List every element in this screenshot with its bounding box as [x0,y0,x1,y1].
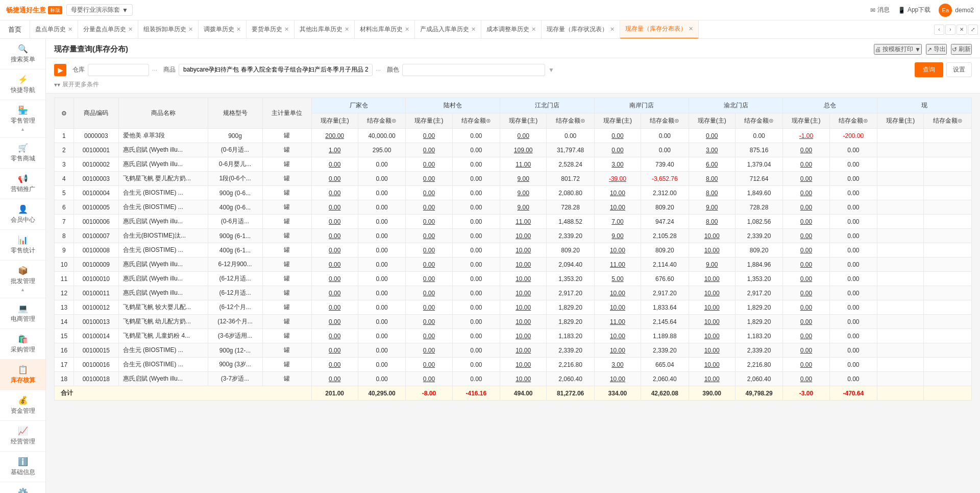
cell-nanan-qty[interactable]: 7.00 [594,215,641,229]
sidebar-item-10[interactable]: 📋库存核算 [0,360,45,390]
tab-close-icon[interactable]: ✕ [128,26,133,33]
cell-nanan-qty[interactable]: 10.00 [594,343,641,358]
tab-item[interactable]: 其他出库单历史✕ [295,20,355,39]
cell-yubei-qty[interactable]: 10.00 [689,358,735,372]
cell-nanan-qty[interactable]: 10.00 [594,200,641,215]
tab-close-icon[interactable]: ✕ [531,26,536,33]
cell-factory-qty[interactable]: 0.00 [311,200,358,215]
cell-nanan-qty[interactable]: 10.00 [594,186,641,200]
cell-yubei-qty[interactable]: 0.00 [689,129,735,143]
cell-nanan-qty[interactable]: 0.00 [594,143,641,157]
cell-lucun-qty[interactable]: 0.00 [406,157,452,172]
warehouse-filter-input[interactable] [88,64,149,76]
cell-total-qty[interactable]: -1.00 [783,129,829,143]
cell-factory-qty[interactable]: 0.00 [311,157,358,172]
cell-factory-qty[interactable]: 1.00 [311,143,358,157]
sidebar-item-2[interactable]: 🏪零售管理▲ [0,100,45,138]
tab-close-icon[interactable]: ✕ [405,26,409,33]
cell-yubei-qty[interactable]: 10.00 [689,300,735,315]
cell-factory-qty[interactable]: 0.00 [311,300,358,315]
cell-lucun-qty[interactable]: 0.00 [406,372,452,386]
cell-total-qty[interactable]: 0.00 [783,300,829,315]
tab-prev-btn[interactable]: ‹ [934,25,944,35]
tab-item[interactable]: 产成品入库单历史✕ [415,20,481,39]
cell-lucun-qty[interactable]: 0.00 [406,300,452,315]
cell-jiangbei-qty[interactable]: 109.00 [500,143,547,157]
cell-lucun-qty[interactable]: 0.00 [406,200,452,215]
goods-filter-input[interactable] [179,64,373,76]
tab-item[interactable]: 调拨单历史✕ [199,20,247,39]
cell-lucun-qty[interactable]: 0.00 [406,272,452,286]
cell-lucun-qty[interactable]: 0.00 [406,129,452,143]
filter-expand-button[interactable]: ▶ [54,64,66,76]
cell-total-qty[interactable]: 0.00 [783,143,829,157]
cell-yubei-qty[interactable]: 10.00 [689,343,735,358]
cell-yubei-qty[interactable]: 10.00 [689,315,735,329]
cell-nanan-qty[interactable]: 10.00 [594,286,641,300]
cell-jiangbei-qty[interactable]: 9.00 [500,186,547,200]
warehouse-filter-dots[interactable]: ··· [152,66,157,74]
cell-factory-qty[interactable]: 0.00 [311,286,358,300]
cell-total-qty[interactable]: 0.00 [783,257,829,272]
cell-yubei-qty[interactable]: 10.00 [689,286,735,300]
tab-item[interactable]: 现存量（库存状况表）✕ [542,20,620,39]
cell-factory-qty[interactable]: 0.00 [311,329,358,343]
cell-jiangbei-qty[interactable]: 10.00 [500,372,547,386]
cell-yubei-qty[interactable]: 10.00 [689,372,735,386]
refresh-button[interactable]: ↺ 刷新 [951,44,972,55]
cell-nanan-qty[interactable]: 0.00 [594,129,641,143]
cell-lucun-qty[interactable]: 0.00 [406,286,452,300]
cell-total-qty[interactable]: 0.00 [783,372,829,386]
user-profile-btn[interactable]: Ea demo2 [939,4,974,17]
cell-total-qty[interactable]: 0.00 [783,286,829,300]
tab-close-icon[interactable]: ✕ [610,26,615,33]
cell-yubei-qty[interactable]: 10.00 [689,229,735,243]
cell-nanan-qty[interactable]: 10.00 [594,329,641,343]
cell-jiangbei-qty[interactable]: 10.00 [500,358,547,372]
tab-item[interactable]: 材料出库单历史✕ [355,20,415,39]
tab-item[interactable]: 盘点单历史✕ [30,20,78,39]
cell-yubei-qty[interactable]: 9.00 [689,200,735,215]
cell-lucun-qty[interactable]: 0.00 [406,257,452,272]
cell-nanan-qty[interactable]: 5.00 [594,272,641,286]
cell-yubei-qty[interactable]: 6.00 [689,157,735,172]
sidebar-item-1[interactable]: ⚡快捷导航 [0,69,45,100]
sidebar-item-6[interactable]: 📊零售统计 [0,230,45,261]
cell-lucun-qty[interactable]: 0.00 [406,343,452,358]
cell-yubei-qty[interactable]: 3.00 [689,143,735,157]
tab-close-icon[interactable]: ✕ [236,26,241,33]
tab-item[interactable]: 要货单历史✕ [247,20,295,39]
cell-jiangbei-qty[interactable]: 10.00 [500,243,547,257]
tab-home[interactable]: 首页 [0,20,30,39]
cell-jiangbei-qty[interactable]: 10.00 [500,286,547,300]
cell-nanan-qty[interactable]: 3.00 [594,358,641,372]
sidebar-item-9[interactable]: 🛍️采购管理 [0,329,45,360]
cell-nanan-qty[interactable]: 10.00 [594,300,641,315]
cell-jiangbei-qty[interactable]: 11.00 [500,157,547,172]
cell-nanan-qty[interactable]: 3.00 [594,157,641,172]
cell-lucun-qty[interactable]: 0.00 [406,358,452,372]
cell-factory-qty[interactable]: 0.00 [311,372,358,386]
cell-nanan-qty[interactable]: 9.00 [594,229,641,243]
tab-close-icon[interactable]: ✕ [284,26,289,33]
tab-close-icon[interactable]: ✕ [188,26,193,33]
cell-total-qty[interactable]: 0.00 [783,272,829,286]
cell-factory-qty[interactable]: 0.00 [311,215,358,229]
cell-lucun-qty[interactable]: 0.00 [406,243,452,257]
cell-lucun-qty[interactable]: 0.00 [406,172,452,186]
cell-nanan-qty[interactable]: 10.00 [594,243,641,257]
sidebar-item-5[interactable]: 👤会员中心 [0,199,45,230]
cell-total-qty[interactable]: 0.00 [783,172,829,186]
tab-item[interactable]: 现存量（库存分布表）✕ [620,20,699,39]
cell-factory-qty[interactable]: 0.00 [311,243,358,257]
cell-lucun-qty[interactable]: 0.00 [406,315,452,329]
cell-yubei-qty[interactable]: 9.00 [689,257,735,272]
cell-lucun-qty[interactable]: 0.00 [406,143,452,157]
color-filter-input[interactable] [402,64,545,76]
table-area[interactable]: ⚙ 商品编码 商品名称 规格型号 主计量单位 厂家仓 陆村仓 江北门店 南岸门店… [46,93,980,493]
tab-close-icon[interactable]: ✕ [68,26,72,33]
sidebar-item-7[interactable]: 📦批发管理▲ [0,261,45,298]
cell-factory-qty[interactable]: 0.00 [311,186,358,200]
cell-total-qty[interactable]: 0.00 [783,243,829,257]
tab-close-icon[interactable]: ✕ [689,26,693,32]
